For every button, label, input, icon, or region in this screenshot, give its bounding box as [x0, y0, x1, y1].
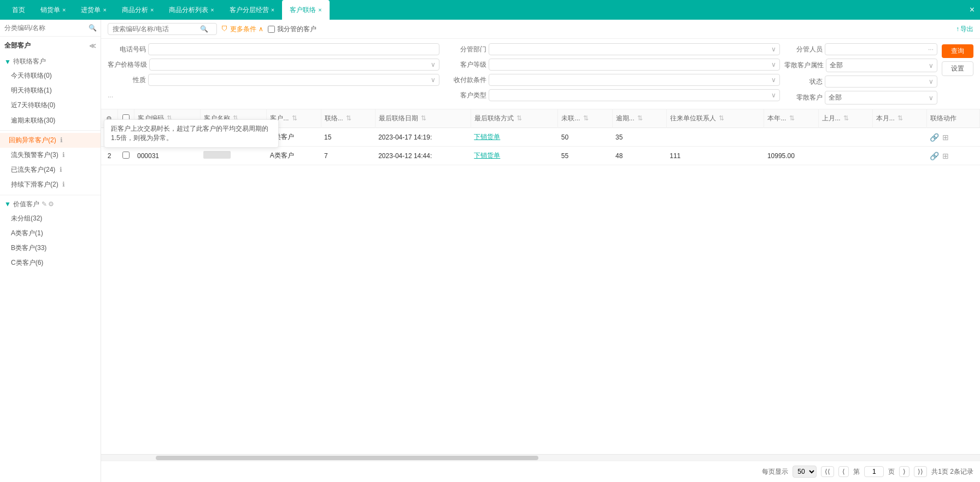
filter-price-select[interactable]: ∨ [149, 59, 439, 71]
nav-item-sales[interactable]: 销货单 × [33, 0, 73, 20]
filter-price-label: 客户价格等级 [108, 60, 147, 69]
filter-scatter-select[interactable]: 全部 ∨ [826, 59, 937, 72]
settings-icon[interactable]: ⚙ [48, 200, 54, 208]
filter-status: 状态 ∨ [784, 76, 937, 88]
nav-close-analysis[interactable]: × [150, 7, 154, 13]
row-last-month-2 [818, 147, 872, 165]
table-area: ⚙ 客户编码 ⇅ 客户名称 ⇅ [101, 109, 980, 454]
sort-icon7[interactable]: ⇅ [583, 114, 589, 122]
filter-phone-input[interactable] [148, 43, 439, 55]
sort-icon4[interactable]: ⇅ [346, 114, 351, 122]
search-input[interactable] [113, 25, 200, 33]
scroll-thumb[interactable] [156, 456, 538, 460]
action-link-icon-1[interactable]: 🔗 [930, 133, 939, 142]
nav-close-contact[interactable]: × [318, 7, 321, 13]
action-grid-icon-1[interactable]: ⊞ [942, 133, 949, 142]
nav-item-contact[interactable]: 客户联络 × [282, 0, 329, 20]
sort-icon8[interactable]: ⇅ [637, 114, 643, 122]
nav-item-segment[interactable]: 客户分层经营 × [222, 0, 282, 20]
tree-item-tomorrow[interactable]: 明天待联络(1) [0, 83, 101, 98]
info-icon-churn-warning[interactable]: ℹ [62, 151, 65, 159]
nav-close-segment[interactable]: × [271, 7, 274, 13]
nav-close-purchase[interactable]: × [103, 7, 106, 13]
nav-item-analysis-list[interactable]: 商品分析列表 × [161, 0, 221, 20]
nav-close-analysis-list[interactable]: × [210, 7, 214, 13]
arrow-icon: ▼ [4, 58, 11, 66]
total-info: 共1页 2条记录 [931, 467, 973, 477]
info-icon-churned[interactable]: ℹ [60, 166, 62, 173]
filter-payment-label: 收付款条件 [448, 76, 486, 85]
my-customer-checkbox[interactable]: 我分管的客户 [268, 25, 316, 34]
sort-icon9[interactable]: ⇅ [719, 114, 724, 122]
filter-nature-select[interactable]: ∨ [148, 74, 439, 86]
tree-item-ungroup[interactable]: 未分组(32) [0, 211, 101, 226]
value-customer-header: ▼ 价值客户 ✎ ⚙ [0, 198, 101, 211]
filter-scatter-label: 零散客户属性 [784, 61, 824, 70]
sidebar-collapse-icon[interactable]: ≪ [89, 42, 96, 50]
export-btn[interactable]: ↑ 导出 [956, 25, 973, 34]
last-page-btn[interactable]: ⟩⟩ [914, 466, 927, 477]
filter-payment-select[interactable]: ∨ [489, 74, 780, 86]
prev-page-btn[interactable]: ⟨ [838, 466, 849, 477]
sidebar-search-icon[interactable]: 🔍 [89, 24, 97, 32]
window-close-btn[interactable]: × [970, 5, 975, 15]
filter-scatter-customer-select[interactable]: 全部 ∨ [825, 91, 937, 104]
sort-icon11[interactable]: ⇅ [843, 114, 849, 122]
sort-icon5[interactable]: ⇅ [421, 114, 426, 122]
row-this-month-2 [872, 147, 926, 165]
nav-close-sales[interactable]: × [62, 7, 66, 13]
filter-type-select[interactable]: ∨ [489, 89, 780, 101]
nav-item-analysis[interactable]: 商品分析 × [114, 0, 161, 20]
info-icon-repurchase[interactable]: ℹ [60, 136, 63, 144]
col-last-month: 上月... ⇅ [818, 109, 872, 128]
row-date-1: 2023-04-17 14:19: [375, 128, 471, 147]
filter-level-select[interactable]: ∨ [489, 59, 780, 71]
my-customer-check[interactable] [268, 26, 275, 33]
tree-item-churn-warning[interactable]: 流失预警客户(3) ℹ [0, 148, 101, 162]
filter-nature: 性质 ∨ [108, 74, 439, 86]
row-method-link-1[interactable]: 下销货单 [474, 133, 500, 141]
row-date-2: 2023-04-12 14:44: [375, 147, 471, 165]
horizontal-scrollbar[interactable] [101, 454, 980, 461]
tree-group-waiting[interactable]: ▼ 待联络客户 [0, 55, 101, 68]
setting-button[interactable]: 设置 [942, 61, 973, 76]
tree-item-declining[interactable]: 持续下滑客户(2) ℹ [0, 177, 101, 192]
tree-item-c-class[interactable]: C类客户(6) [0, 255, 101, 270]
sort-icon10[interactable]: ⇅ [789, 114, 795, 122]
per-page-select[interactable]: 50 [793, 466, 817, 478]
sidebar-search-box: 🔍 [0, 20, 101, 37]
nav-item-purchase[interactable]: 进货单 × [73, 0, 114, 20]
edit-icon[interactable]: ✎ [42, 200, 47, 208]
row-checkbox-2[interactable] [122, 152, 130, 159]
query-button[interactable]: 查询 [942, 44, 973, 58]
tree-item-today[interactable]: 今天待联络(0) [0, 68, 101, 83]
tree-item-7days[interactable]: 近7天待联络(0) [0, 98, 101, 113]
col-contacts: 往来单位联系人 ⇅ [666, 109, 764, 128]
current-page-input[interactable] [864, 466, 884, 477]
tree-item-b-class[interactable]: B类客户(33) [0, 241, 101, 255]
search-icon[interactable]: 🔍 [200, 25, 208, 33]
action-grid-icon-2[interactable]: ⊞ [942, 152, 949, 160]
tree-item-churned[interactable]: 已流失客户(24) ℹ [0, 162, 101, 177]
info-icon-declining[interactable]: ℹ [62, 181, 65, 188]
filter-dept-select[interactable]: ∨ [489, 43, 780, 55]
filter-status-select[interactable]: ∨ [825, 76, 937, 88]
row-method-link-2[interactable]: 下销货单 [474, 152, 500, 159]
col-this-month: 本月... ⇅ [872, 109, 926, 128]
tree-item-a-class[interactable]: A类客户(1) [0, 226, 101, 241]
action-link-icon-2[interactable]: 🔗 [930, 152, 939, 160]
filter-level-label: 客户等级 [448, 60, 486, 69]
sort-icon6[interactable]: ⇅ [517, 114, 522, 122]
sort-icon12[interactable]: ⇅ [897, 114, 903, 122]
dots-icon[interactable]: ··· [928, 45, 934, 53]
filter-dots-btn[interactable]: ... [108, 91, 113, 99]
tree-item-overdue[interactable]: 逾期未联络(30) [0, 113, 101, 128]
sort-icon3[interactable]: ⇅ [292, 114, 297, 122]
row-uncontact-2: 55 [558, 147, 612, 165]
tree-item-repurchase-abnormal[interactable]: 回购异常客户(2) ℹ [0, 133, 101, 148]
sidebar-search-input[interactable] [4, 24, 86, 32]
more-filter-btn[interactable]: ⛉ 更多条件 ∧ [221, 25, 263, 34]
first-page-btn[interactable]: ⟨⟨ [821, 466, 834, 477]
next-page-btn[interactable]: ⟩ [899, 466, 909, 477]
nav-item-home[interactable]: 首页 [4, 0, 33, 20]
